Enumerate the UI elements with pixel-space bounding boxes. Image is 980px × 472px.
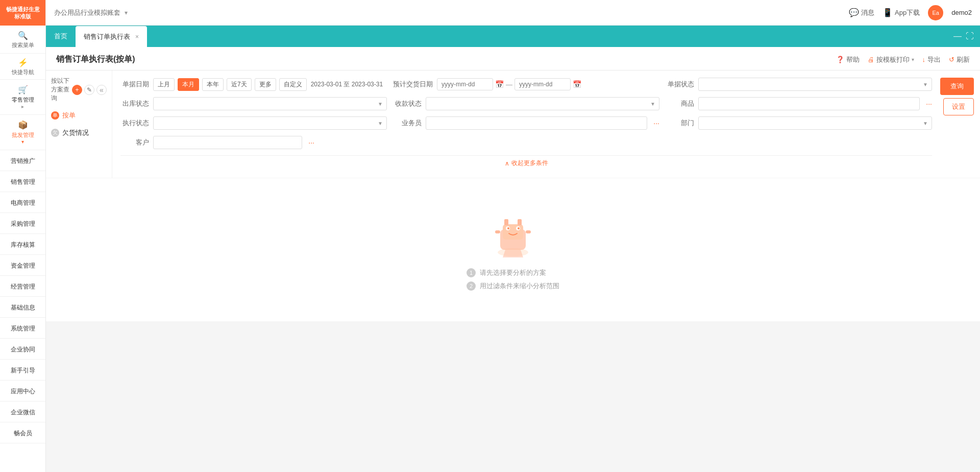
customer-more-button[interactable]: ··· <box>308 138 314 147</box>
department-select-wrapper <box>698 116 932 130</box>
sidebar-quick-nav[interactable]: ⚡ 快捷导航 <box>0 54 45 80</box>
refresh-button[interactable]: ↺ 刷新 <box>949 55 970 64</box>
date-btn-last-month[interactable]: 上月 <box>153 78 175 91</box>
export-button[interactable]: ↓ 导出 <box>922 55 941 64</box>
sidebar-item-retail[interactable]: 🛒 零售管理 ▸ <box>0 80 45 115</box>
date-btn-last7[interactable]: 近7天 <box>227 78 252 91</box>
sidebar-item-newuser[interactable]: 新手引导 <box>0 360 45 381</box>
wholesale-icon: 📦 <box>18 120 28 130</box>
message-icon: 💬 <box>849 8 859 17</box>
svg-rect-9 <box>495 230 500 233</box>
message-label: 消息 <box>861 8 874 17</box>
sidebar-label-member: 畅会员 <box>14 429 32 438</box>
sidebar-item-wholesale[interactable]: 📦 批发管理 ▾ <box>0 115 45 150</box>
scheme-item-欠货情况[interactable]: 欠 欠货情况 <box>46 124 112 141</box>
sidebar-label-enterprise: 企业协同 <box>11 345 35 354</box>
date-label: 单据日期 <box>120 80 149 89</box>
retail-icon: 🛒 <box>18 85 28 95</box>
filter-row-2: 出库状态 收款状态 <box>120 97 932 110</box>
logo-subtext: 标准版 <box>14 13 31 20</box>
expected-date-start[interactable] <box>437 78 493 90</box>
message-button[interactable]: 💬 消息 <box>849 8 874 17</box>
sidebar-item-finance[interactable]: 资金管理 <box>0 255 45 276</box>
empty-state: 1 请先选择要分析的方案 2 用过滤条件来缩小分析范围 <box>46 178 980 321</box>
exec-status-select-wrapper <box>153 116 387 130</box>
status-select[interactable] <box>698 78 932 91</box>
active-tab-label: 销售订单执行表 <box>84 32 130 41</box>
sidebar-item-sales[interactable]: 销售管理 <box>0 171 45 192</box>
scheme-header: 按以下方案查询 + ✎ « <box>46 77 112 107</box>
tab-sales-order[interactable]: 销售订单执行表 × <box>76 26 147 48</box>
department-select[interactable] <box>698 116 932 130</box>
scheme-add-button[interactable]: + <box>72 85 82 95</box>
scheme-label-按单: 按单 <box>62 111 76 120</box>
print-icon: 🖨 <box>868 56 874 63</box>
breadcrumb-arrow-icon[interactable]: ▾ <box>125 9 128 16</box>
sidebar-label-sales: 销售管理 <box>11 178 35 186</box>
user-name[interactable]: demo2 <box>951 9 972 16</box>
filter-actions: 查询 设置 <box>940 70 980 178</box>
date-btn-this-month[interactable]: 本月 <box>178 78 199 91</box>
sidebar-search[interactable]: 🔍 搜索菜单 <box>0 26 45 54</box>
expected-date-end[interactable] <box>514 78 571 90</box>
sidebar-item-inventory[interactable]: 库存核算 <box>0 234 45 255</box>
out-status-select[interactable] <box>153 97 387 110</box>
filter-form: 单据日期 上月 本月 本年 近7天 更多 自定义 2023-03-01 至 20… <box>112 70 940 178</box>
date-btn-this-year[interactable]: 本年 <box>202 78 224 91</box>
collapse-icon: ∧ <box>505 160 509 167</box>
scheme-item-按单[interactable]: 单 按单 <box>46 107 112 124</box>
sidebar-label-ecommerce: 电商管理 <box>11 199 35 207</box>
sidebar-item-member[interactable]: 畅会员 <box>0 422 45 443</box>
refresh-icon: ↺ <box>949 56 954 63</box>
customer-input[interactable] <box>153 136 302 149</box>
sidebar-item-purchase[interactable]: 采购管理 <box>0 213 45 234</box>
empty-icon <box>487 209 538 260</box>
tab-close-button[interactable]: × <box>135 33 139 40</box>
collapse-bar[interactable]: ∧ 收起更多条件 <box>120 155 932 171</box>
sidebar-item-marketing[interactable]: 营销推广 <box>0 150 45 171</box>
help-button[interactable]: ❓ 帮助 <box>836 55 860 64</box>
print-button[interactable]: 🖨 按模板打印 ▾ <box>868 55 914 64</box>
tab-home[interactable]: 首页 <box>46 26 76 47</box>
sidebar: 畅捷通好生意 标准版 🔍 搜索菜单 ⚡ 快捷导航 🛒 零售管理 ▸ 📦 批发管理… <box>0 0 46 472</box>
sidebar-item-ecommerce[interactable]: 电商管理 <box>0 192 45 213</box>
print-label: 按模板打印 <box>876 55 910 64</box>
content-area: 销售订单执行表(按单) ❓ 帮助 🖨 按模板打印 ▾ ↓ 导出 ↺ 刷新 <box>46 47 980 472</box>
scheme-header-label: 按以下方案查询 <box>51 77 72 103</box>
filter-group-product: 商品 ··· <box>666 97 932 110</box>
date-btn-more[interactable]: 更多 <box>255 78 276 91</box>
salesperson-input[interactable] <box>426 116 647 130</box>
settings-button[interactable]: 设置 <box>943 98 974 115</box>
tab-minimize-button[interactable]: — <box>953 32 962 41</box>
sidebar-item-wechat[interactable]: 企业微信 <box>0 402 45 422</box>
salesperson-more-button[interactable]: ··· <box>653 119 659 127</box>
top-header: 办公用品行业模拟账套 ▾ 💬 消息 📱 App下载 Ea demo2 <box>46 0 980 26</box>
sidebar-item-enterprise[interactable]: 企业协同 <box>0 339 45 360</box>
scheme-collapse-button[interactable]: « <box>96 85 107 95</box>
scheme-edit-button[interactable]: ✎ <box>84 85 94 95</box>
collection-status-select[interactable] <box>426 97 659 110</box>
export-label: 导出 <box>927 55 941 64</box>
sidebar-label-wholesale: 批发管理 <box>12 131 34 139</box>
query-button[interactable]: 查询 <box>940 78 974 95</box>
exec-status-label: 执行状态 <box>120 119 149 128</box>
product-more-button[interactable]: ··· <box>926 100 932 108</box>
product-input[interactable] <box>698 97 920 110</box>
tip2-text: 用过滤条件来缩小分析范围 <box>480 281 559 291</box>
sidebar-label-inventory: 库存核算 <box>11 241 35 249</box>
date-btn-custom[interactable]: 自定义 <box>279 78 307 91</box>
department-label: 部门 <box>666 119 694 128</box>
sidebar-item-system[interactable]: 系统管理 <box>0 318 45 339</box>
svg-rect-3 <box>504 219 508 225</box>
sidebar-item-basic[interactable]: 基础信息 <box>0 297 45 318</box>
sidebar-item-apps[interactable]: 应用中心 <box>0 381 45 402</box>
empty-tip-1: 1 请先选择要分析的方案 <box>467 268 559 277</box>
svg-rect-10 <box>526 230 531 233</box>
tab-maximize-button[interactable]: ⛶ <box>966 32 974 41</box>
sidebar-item-operations[interactable]: 经营管理 <box>0 276 45 297</box>
app-download-button[interactable]: 📱 App下载 <box>883 8 920 17</box>
date-range-text: 2023-03-01 至 2023-03-31 <box>311 80 383 89</box>
exec-status-select[interactable] <box>153 116 387 130</box>
calendar-icon-start: 📅 <box>495 80 504 88</box>
sidebar-label-marketing: 营销推广 <box>11 157 35 166</box>
